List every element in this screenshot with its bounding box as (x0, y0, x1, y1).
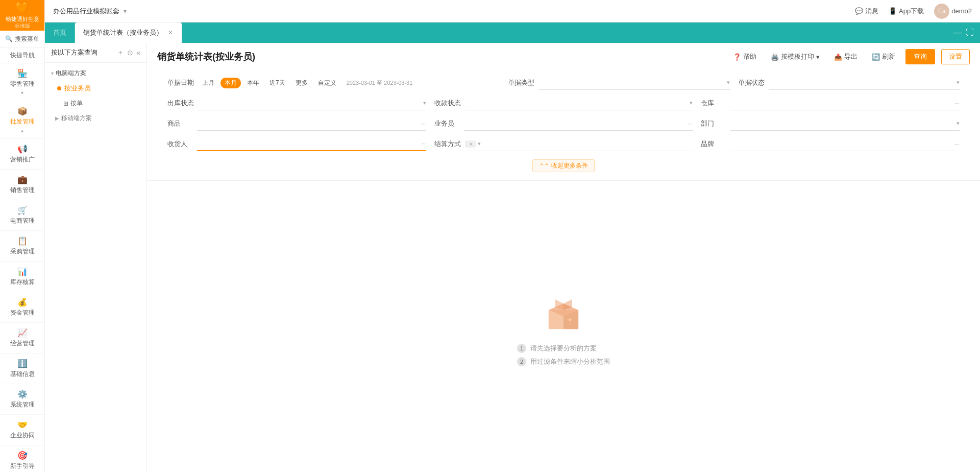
desktop-scheme-header[interactable]: ▾ 电脑端方案 (45, 66, 146, 81)
app-download-button[interactable]: 📱 App下载 (889, 7, 924, 16)
brand-control[interactable]: ··· (730, 137, 960, 151)
user-menu[interactable]: Ea demo2 (934, 4, 972, 19)
sidebar-item-sales[interactable]: 💼 销售管理 (0, 170, 44, 200)
sidebar-item-newbie-label: 新手引导 (10, 462, 35, 470)
receipt-control[interactable]: ▾ (465, 96, 693, 110)
sidebar-item-enterprise[interactable]: 🤝 企业协同 (0, 415, 44, 445)
search-menu[interactable]: 🔍 搜索菜单 (0, 31, 44, 48)
refresh-button[interactable]: 🔄 刷新 (868, 50, 899, 63)
status-arrow-icon: ▾ (957, 79, 960, 86)
sidebar-item-purchase-label: 采购管理 (10, 247, 35, 256)
window-min-icon[interactable]: — (953, 28, 962, 37)
topbar-title: 办公用品行业模拟账套 (53, 7, 119, 16)
hint-text-2: 用过滤条件来缩小分析范围 (530, 357, 610, 366)
scheme-group-desktop: ▾ 电脑端方案 按业务员 ⊞ 按单 ▶ 移动端方案 (45, 63, 146, 129)
type-control[interactable]: ▾ (538, 76, 729, 90)
date-tab-custom[interactable]: 自定义 (314, 78, 340, 88)
tab-home-label: 首页 (53, 28, 66, 37)
sub-item-byorder[interactable]: ⊞ 按单 (45, 96, 146, 111)
query-button[interactable]: 查询 (905, 49, 935, 64)
sidebar-item-sales-label: 销售管理 (10, 186, 35, 195)
wholesale-expand-icon: ▴ (21, 128, 23, 133)
message-button[interactable]: 💬 消息 (855, 7, 878, 16)
dept-control[interactable]: ▾ (730, 116, 960, 131)
tab-close-icon[interactable]: ✕ (168, 29, 173, 36)
settings-scheme-button[interactable]: ⊙ (127, 49, 133, 57)
lph-title: 按以下方案查询 (51, 48, 97, 57)
page-header-row: 销货单统计表(按业务员) ❓ 帮助 🖨️ 按模板打印 ▾ 📤 (157, 49, 970, 64)
quick-nav-label: 快捷导航 (10, 52, 35, 59)
date-tab-7days[interactable]: 近7天 (265, 78, 289, 88)
payment-control[interactable]: × ▾ (465, 137, 693, 151)
warehouse-label: 仓库 (701, 99, 726, 108)
tab-home[interactable]: 首页 (45, 22, 75, 43)
settings-button[interactable]: 设置 (941, 49, 970, 64)
filter-date: 单据日期 上月 本月 本年 近7天 更多 自定义 2023-03-01 至 20… (167, 78, 500, 88)
scheme-item-salesman[interactable]: 按业务员 (45, 81, 146, 96)
search-menu-label: 搜索菜单 (15, 35, 39, 42)
quick-nav[interactable]: 快捷导航 (0, 48, 44, 63)
collapse-label: 收起更多条件 (551, 161, 588, 170)
sidebar-item-purchase[interactable]: 📋 采购管理 (0, 231, 44, 262)
mobile-scheme-header[interactable]: ▶ 移动端方案 (45, 111, 146, 126)
sidebar-item-inventory[interactable]: 📊 库存核算 (0, 262, 44, 292)
collapse-panel-button[interactable]: « (136, 49, 140, 57)
date-tab-thisyear[interactable]: 本年 (243, 78, 263, 88)
add-scheme-button[interactable]: ＋ (117, 48, 124, 57)
app-download-label: App下载 (899, 7, 924, 16)
date-tab-thismonth[interactable]: 本月 (220, 78, 241, 88)
help-button[interactable]: ❓ 帮助 (729, 50, 761, 63)
export-button[interactable]: 📤 导出 (830, 50, 862, 63)
sidebar-item-operation[interactable]: 📈 经营管理 (0, 323, 44, 353)
sidebar-item-basic[interactable]: ℹ️ 基础信息 (0, 353, 44, 384)
warehouse-control[interactable]: ··· (730, 96, 960, 110)
dept-label: 部门 (701, 119, 726, 128)
sidebar-item-system[interactable]: ⚙️ 系统管理 (0, 384, 44, 415)
date-range-text: 2023-03-01 至 2023-03-31 (347, 79, 413, 87)
tab-report[interactable]: 销货单统计表（按业务员） ✕ (75, 22, 182, 43)
lph-title-area: 按以下方案查询 (51, 48, 97, 57)
type-label: 单据类型 (508, 78, 534, 87)
logo-icon: 🧡 (15, 1, 29, 14)
date-tab-more[interactable]: 更多 (291, 78, 312, 88)
payment-arrow-icon: ▾ (478, 140, 481, 147)
status-control[interactable]: ▾ (769, 76, 960, 90)
collapse-row: ⌃⌃ 收起更多条件 (167, 157, 960, 174)
left-panel-header: 按以下方案查询 ＋ ⊙ « (45, 43, 146, 63)
main-area: 办公用品行业模拟账套 ▾ 💬 消息 📱 App下载 Ea demo2 首页 销货… (45, 0, 980, 472)
filter-receiver: 收货人 ··· (167, 137, 426, 151)
ecommerce-icon: 🛒 (17, 205, 28, 215)
salesman-dots-icon: ··· (688, 120, 693, 127)
sidebar-item-ecommerce-label: 电商管理 (10, 217, 35, 225)
goods-control[interactable]: ··· (197, 116, 426, 131)
sidebar-item-newbie[interactable]: 🎯 新手引导 (0, 445, 44, 472)
sidebar-item-ecommerce[interactable]: 🛒 电商管理 (0, 200, 44, 231)
refresh-icon: 🔄 (872, 53, 880, 61)
date-tab-lastmonth[interactable]: 上月 (198, 78, 218, 88)
hint-text-1: 请先选择要分析的方案 (530, 344, 597, 353)
goods-dots-icon: ··· (421, 120, 426, 127)
purchase-icon: 📋 (17, 236, 28, 246)
window-max-icon[interactable]: ⛶ (966, 28, 974, 37)
finance-icon: 💰 (17, 297, 28, 307)
template-print-button[interactable]: 🖨️ 按模板打印 ▾ (767, 50, 824, 63)
sidebar-item-wholesale[interactable]: 📦 批发管理 ▴ (0, 101, 44, 139)
salesman-control[interactable]: ··· (464, 116, 693, 131)
app-logo: 🧡 畅捷通好生意 标准版 (0, 0, 44, 31)
payment-label: 结算方式 (434, 139, 461, 149)
outin-control[interactable]: ▾ (198, 96, 426, 110)
sidebar-item-basic-label: 基础信息 (10, 370, 35, 379)
content-area: 按以下方案查询 ＋ ⊙ « ▾ 电脑端方案 按业务员 ⊞ (45, 43, 980, 472)
payment-tag-close-icon[interactable]: × (470, 141, 473, 147)
topbar-dropdown-icon[interactable]: ▾ (124, 8, 127, 15)
sidebar-item-finance[interactable]: 💰 资金管理 (0, 292, 44, 323)
app-download-icon: 📱 (889, 7, 897, 15)
sidebar-item-retail[interactable]: 🏪 零售管理 ▾ (0, 63, 44, 101)
retail-expand-icon: ▾ (21, 90, 23, 96)
sidebar-item-marketing[interactable]: 📢 营销推广 (0, 139, 44, 170)
receipt-label: 收款状态 (434, 99, 461, 108)
receiver-control[interactable]: ··· (197, 137, 426, 151)
dept-arrow-icon: ▾ (957, 120, 960, 127)
sidebar-item-finance-label: 资金管理 (10, 309, 35, 317)
collapse-button[interactable]: ⌃⌃ 收起更多条件 (532, 159, 595, 172)
